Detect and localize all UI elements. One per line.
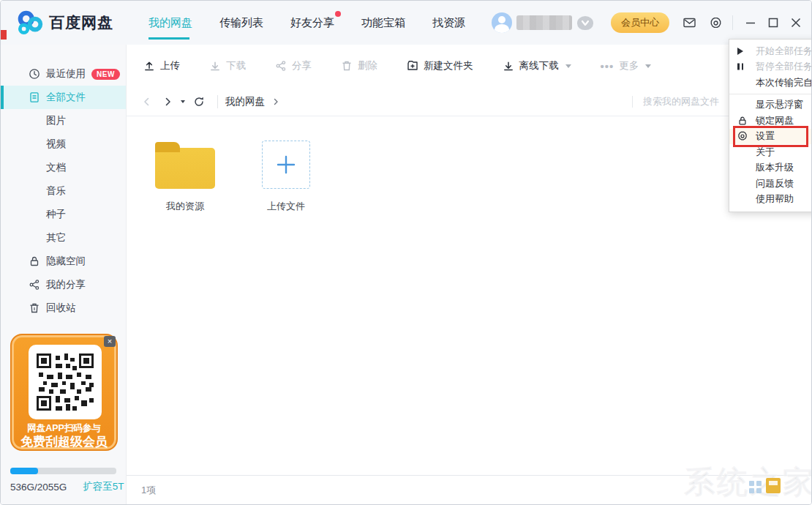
tab-toolbox[interactable]: 功能宝箱 [361,12,405,34]
minimize-button[interactable] [745,18,756,28]
more-button[interactable]: ••• 更多 [601,59,652,72]
offline-download-button[interactable]: 离线下载 [503,59,571,72]
storage-progress-bar [10,468,116,474]
search-divider [632,96,633,108]
share-button[interactable]: 分享 [275,59,312,72]
menu-item-pause-all-tasks[interactable]: 暂停全部任务 [729,59,812,75]
forward-icon[interactable] [157,97,178,107]
breadcrumb-root[interactable]: 我的网盘 [225,95,265,108]
trash-icon [341,60,353,72]
menu-item-lock-netdisk[interactable]: 锁定网盘 [729,113,812,129]
menu-item-about[interactable]: 关于 [729,144,812,160]
nav-divider [217,95,218,108]
file-tile-folder[interactable]: 我的资源 [144,138,226,213]
notification-dot [335,11,341,17]
ad-text-line2: 免费刮超级会员 [12,433,116,450]
mail-icon[interactable] [683,18,696,28]
new-folder-button[interactable]: 新建文件夹 [407,59,473,72]
watermark-grid-icon [749,481,762,493]
close-button[interactable] [791,18,801,28]
menu-item-after-transfer-auto[interactable]: 本次传输完自动 [729,75,812,91]
sidebar-list: 最近使用 NEW 全部文件 图片 视频 文档 音乐 种子 其它 隐藏空间 [1,62,126,320]
share-icon [29,279,40,291]
refresh-icon[interactable] [188,96,210,108]
new-badge: NEW [91,69,120,80]
storage-used-text: 536G/2055G [10,482,67,493]
titlebar-right-cluster: 会员中心 [492,12,801,33]
sidebar-item-recent[interactable]: 最近使用 NEW [1,62,126,86]
gear-icon[interactable] [710,17,722,29]
lock-icon [737,116,748,126]
username-blurred [516,15,572,30]
folder-icon [155,148,215,189]
sidebar-item-videos[interactable]: 视频 [1,132,126,156]
plus-icon [275,154,297,176]
menu-item-help[interactable]: 使用帮助 [729,192,812,208]
menu-item-version-upgrade[interactable]: 版本升级 [729,160,812,176]
sidebar-item-seeds[interactable]: 种子 [1,203,126,226]
tab-transfer-list[interactable]: 传输列表 [219,12,263,34]
site-watermark: 系统之家 [684,462,812,503]
download-icon [209,60,221,72]
maximize-button[interactable] [768,18,778,28]
tab-find-resources[interactable]: 找资源 [432,12,465,34]
main-tabs: 我的网盘 传输列表 好友分享 功能宝箱 找资源 [149,12,465,34]
offline-download-icon [503,60,514,72]
upload-file-tile[interactable]: 上传文件 [245,138,327,213]
chevron-down-icon[interactable] [645,64,651,68]
breadcrumb-arrow-icon[interactable] [272,98,279,105]
sidebar-item-all-files[interactable]: 全部文件 [1,86,126,109]
toolbar: 上传 下载 分享 删除 新建文件夹 离线下载 [127,45,811,87]
sidebar-item-music[interactable]: 音乐 [1,179,126,203]
storage-progress-fill [10,468,38,474]
sidebar-item-my-share[interactable]: 我的分享 [1,273,126,296]
clock-icon [29,68,40,80]
upload-icon [143,60,155,72]
sidebar-item-hidden-space[interactable]: 隐藏空间 [1,250,126,273]
download-button[interactable]: 下载 [209,59,246,72]
upload-button[interactable]: 上传 [143,59,180,72]
chevron-down-icon[interactable] [565,64,571,68]
member-center-button[interactable]: 会员中心 [611,12,669,33]
item-count: 1项 [141,484,156,497]
menu-item-show-float-window[interactable]: 显示悬浮窗 [729,97,812,113]
share-nodes-icon [275,60,287,72]
trash-icon [29,302,40,314]
upload-plus-box [262,141,310,189]
sidebar-item-pictures[interactable]: 图片 [1,109,126,132]
back-icon[interactable] [137,97,157,107]
expand-storage-link[interactable]: 扩容至5T [83,480,124,493]
promo-qr-ad[interactable]: 网盘APP扫码参与 免费刮超级会员 × [10,334,118,451]
menu-item-settings[interactable]: 设置 [729,129,812,145]
gear-icon [737,131,748,141]
sidebar-item-documents[interactable]: 文档 [1,156,126,179]
qr-code [29,345,102,419]
new-folder-icon [407,60,418,72]
menu-separator [729,94,812,94]
sidebar-item-recycle-bin[interactable]: 回收站 [1,296,126,320]
delete-button[interactable]: 删除 [341,59,377,72]
sidebar: 最近使用 NEW 全部文件 图片 视频 文档 音乐 种子 其它 隐藏空间 [1,45,127,504]
pause-icon [737,64,743,70]
search-box [632,96,738,108]
history-dropdown-icon[interactable] [181,100,185,103]
tab-friend-share[interactable]: 好友分享 [290,12,334,34]
upload-tile-label: 上传文件 [267,200,305,213]
vip-badge-icon[interactable] [577,16,593,30]
user-avatar[interactable] [492,12,512,33]
tab-my-drive[interactable]: 我的网盘 [149,12,192,34]
app-logo: 百度网盘 [15,9,113,37]
search-input[interactable] [643,96,738,107]
lock-icon [29,255,40,267]
settings-dropdown-menu: 开始全部任务 暂停全部任务 本次传输完自动 显示悬浮窗 锁定网盘 设置 关于 [729,39,812,212]
titlebar: 百度网盘 我的网盘 传输列表 好友分享 功能宝箱 找资源 会员中心 [1,1,811,45]
ad-close-icon[interactable]: × [104,336,116,347]
file-icon [29,91,40,103]
sidebar-item-others[interactable]: 其它 [1,226,126,250]
menu-item-feedback[interactable]: 问题反馈 [729,176,812,192]
file-grid: 我的资源 上传文件 [127,116,811,475]
menu-item-start-all-tasks[interactable]: 开始全部任务 [729,43,812,59]
main-area: 上传 下载 分享 删除 新建文件夹 离线下载 [127,45,811,504]
baidu-netdisk-logo-icon [15,9,43,37]
app-name: 百度网盘 [49,12,113,33]
